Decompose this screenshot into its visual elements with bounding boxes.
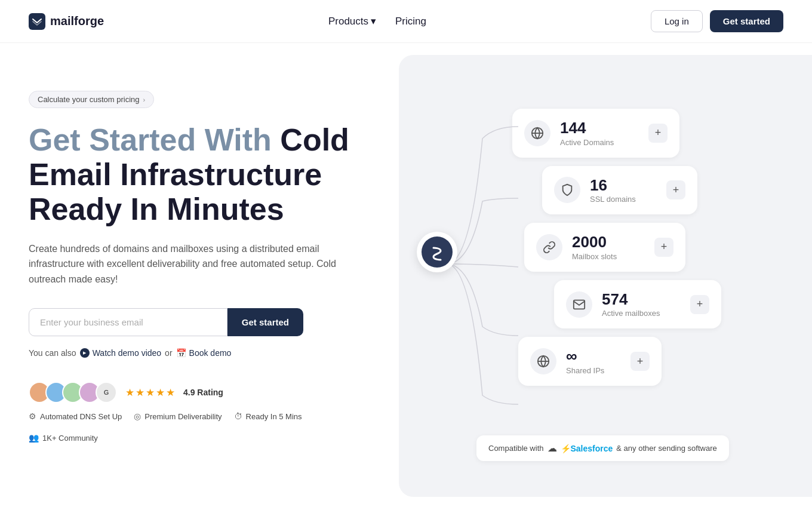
- pricing-label: Pricing: [395, 16, 426, 27]
- feature-dns-label: Automated DNS Set Up: [40, 412, 122, 421]
- login-button[interactable]: Log in: [651, 10, 703, 32]
- shared-ips-icon: [530, 348, 556, 374]
- shared-ips-label: Shared IPs: [566, 366, 621, 375]
- or-text: or: [165, 348, 172, 358]
- compatible-bar: Compatible with ☁ ⚡Salesforce & any othe…: [476, 435, 729, 461]
- watch-demo-label: Watch demo video: [93, 348, 161, 358]
- rating-text: 4.9 Rating: [183, 388, 223, 397]
- shared-ips-card: ∞ Shared IPs +: [518, 337, 662, 386]
- connector-lines: [447, 79, 518, 473]
- nav-right: Log in Get started: [651, 10, 783, 32]
- title-part3: Ready In Minutes: [29, 192, 284, 226]
- stat-cards: 144 Active Domains + 16 SSL domains: [512, 109, 771, 386]
- get-started-nav-button[interactable]: Get started: [710, 10, 783, 32]
- badge-text: Calculate your custom pricing: [38, 95, 140, 104]
- feature-community: 👥 1K+ Community: [29, 433, 98, 443]
- active-domains-plus-button[interactable]: +: [648, 124, 668, 143]
- chevron-down-icon: ▾: [371, 15, 376, 27]
- domain-icon: [524, 120, 550, 146]
- mailbox-slots-icon: [536, 234, 562, 260]
- mailbox-slots-plus-button[interactable]: +: [654, 238, 673, 257]
- salesforce-cloud-icon: ☁: [548, 443, 557, 454]
- feature-deliverability-label: Premium Deliverability: [144, 412, 222, 421]
- products-label: Products: [328, 16, 368, 27]
- navbar: mailforge Products ▾ Pricing Log in Get …: [0, 0, 812, 43]
- deliverability-icon: ◎: [134, 411, 141, 421]
- nav-pricing[interactable]: Pricing: [388, 11, 433, 32]
- hero-description: Create hundreds of domains and mailboxes…: [29, 241, 339, 287]
- ssl-info: 16 SSL domains: [590, 177, 657, 204]
- compatible-suffix: & any other sending software: [616, 444, 716, 453]
- active-mailboxes-card: 574 Active mailboxes +: [554, 280, 721, 329]
- active-domains-number: 144: [560, 119, 639, 137]
- feature-deliverability: ◎ Premium Deliverability: [134, 411, 222, 421]
- feature-ready: ⏱ Ready In 5 Mins: [234, 411, 302, 421]
- compatible-prefix: Compatible with: [488, 444, 544, 453]
- star-icon: ★: [125, 386, 134, 399]
- demo-links: You can also ▶ Watch demo video or 📅 Boo…: [29, 348, 375, 358]
- hero-title: Get Started With Cold Email Infrastructu…: [29, 122, 375, 227]
- compatible-section: Compatible with ☁ ⚡Salesforce & any othe…: [459, 426, 771, 461]
- book-demo-link[interactable]: 📅 Book demo: [176, 348, 232, 358]
- active-domains-label: Active Domains: [560, 138, 639, 147]
- hub-icon: [417, 232, 457, 272]
- hub-logo-icon: [427, 242, 447, 262]
- title-part1: Get Started With: [29, 122, 280, 157]
- dns-icon: ⚙: [29, 411, 36, 421]
- globe-icon: [531, 127, 544, 140]
- link-icon: [543, 241, 556, 254]
- hero-section: Calculate your custom pricing › Get Star…: [0, 43, 812, 497]
- watch-demo-link[interactable]: ▶ Watch demo video: [80, 348, 161, 358]
- star-icon: ★: [156, 386, 165, 399]
- star-icon: ★: [166, 386, 175, 399]
- custom-pricing-badge[interactable]: Calculate your custom pricing ›: [29, 91, 154, 108]
- mailbox-slots-card: 2000 Mailbox slots +: [524, 223, 685, 272]
- star-icon: ★: [146, 386, 155, 399]
- active-domains-card: 144 Active Domains +: [512, 109, 679, 158]
- feature-community-label: 1K+ Community: [42, 434, 98, 443]
- shared-ips-info: ∞ Shared IPs: [566, 348, 621, 375]
- network-icon: [537, 355, 550, 368]
- play-icon: ▶: [80, 348, 90, 358]
- logo[interactable]: mailforge: [29, 13, 104, 30]
- social-proof: G ★ ★ ★ ★ ★ 4.9 Rating ⚙ Automated DNS S…: [29, 382, 375, 443]
- clock-icon: ⏱: [234, 411, 242, 421]
- hero-left: Calculate your custom pricing › Get Star…: [29, 79, 375, 443]
- email-input[interactable]: [29, 308, 227, 336]
- avatars: G: [29, 382, 117, 403]
- logo-text: mailforge: [50, 14, 104, 28]
- features-row: ⚙ Automated DNS Set Up ◎ Premium Deliver…: [29, 411, 375, 443]
- star-rating: ★ ★ ★ ★ ★: [125, 386, 175, 399]
- avatar: G: [96, 382, 117, 403]
- hero-right: 144 Active Domains + 16 SSL domains: [399, 79, 783, 473]
- mailbox-slots-number: 2000: [572, 234, 645, 251]
- ssl-plus-button[interactable]: +: [666, 180, 685, 199]
- feature-dns: ⚙ Automated DNS Set Up: [29, 411, 122, 421]
- mail-icon: [573, 298, 586, 311]
- ssl-label: SSL domains: [590, 195, 657, 204]
- mailbox-icon: [566, 291, 592, 318]
- mailbox-slots-label: Mailbox slots: [572, 252, 645, 261]
- shared-ips-number: ∞: [566, 348, 621, 365]
- ssl-icon: [554, 177, 580, 203]
- ssl-number: 16: [590, 177, 657, 194]
- email-form: Get started: [29, 308, 303, 336]
- logo-icon: [29, 13, 45, 30]
- nav-products[interactable]: Products ▾: [321, 10, 383, 32]
- mailbox-slots-info: 2000 Mailbox slots: [572, 234, 645, 261]
- shared-ips-plus-button[interactable]: +: [630, 352, 650, 371]
- nav-center: Products ▾ Pricing: [321, 10, 433, 32]
- active-mailboxes-number: 574: [602, 291, 681, 308]
- hub-inner: [422, 236, 453, 268]
- star-icon: ★: [136, 386, 144, 399]
- active-domains-info: 144 Active Domains: [560, 119, 639, 147]
- active-mailboxes-label: Active mailboxes: [602, 309, 681, 318]
- get-started-button[interactable]: Get started: [227, 308, 303, 336]
- ssl-domains-card: 16 SSL domains +: [542, 166, 697, 215]
- feature-ready-label: Ready In 5 Mins: [246, 412, 302, 421]
- shield-icon: [561, 183, 574, 196]
- active-mailboxes-plus-button[interactable]: +: [690, 295, 709, 314]
- community-icon: 👥: [29, 433, 39, 443]
- badge-chevron-icon: ›: [143, 96, 146, 103]
- demo-prefix: You can also: [29, 348, 76, 358]
